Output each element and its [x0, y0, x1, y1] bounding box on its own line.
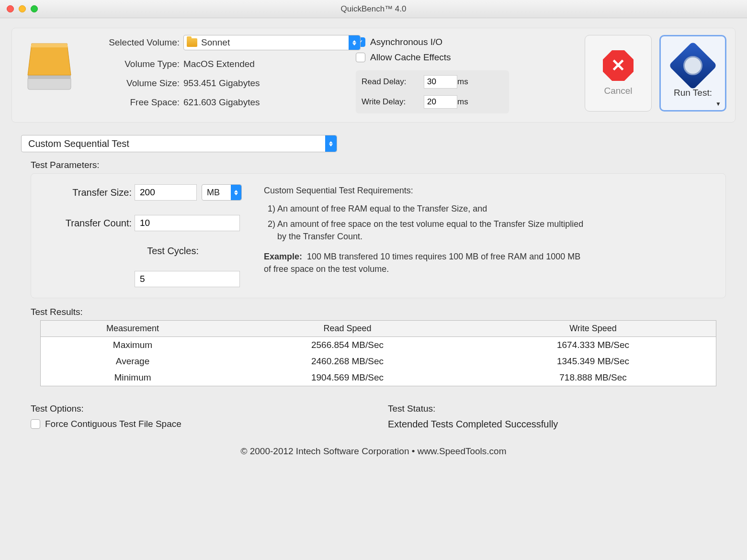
selected-volume-value: Sonnet	[201, 37, 230, 48]
quickbench-window: QuickBench™ 4.0 Selected Volume: Sonnet	[0, 0, 747, 560]
col-read-speed: Read Speed	[225, 321, 470, 337]
delay-group: Read Delay: ms Write Delay: ms	[356, 70, 509, 113]
volume-panel: Selected Volume: Sonnet Volume Type: Mac…	[11, 28, 736, 123]
test-status-header: Test Status:	[388, 403, 716, 414]
dropdown-arrows-icon	[231, 185, 241, 200]
test-parameters-panel: Transfer Size: MB Transfer Count: Test C…	[31, 173, 726, 298]
test-options-header: Test Options:	[31, 403, 359, 414]
volume-info: Selected Volume: Sonnet Volume Type: Mac…	[88, 35, 327, 108]
selected-volume-dropdown[interactable]: Sonnet	[183, 35, 361, 50]
stopwatch-icon	[668, 41, 717, 90]
example-text: 100 MB transfered 10 times requires 100 …	[264, 252, 580, 274]
force-contiguous-checkbox[interactable]	[31, 419, 40, 429]
cancel-icon: ✕	[603, 50, 634, 81]
titlebar: QuickBench™ 4.0	[0, 0, 747, 18]
dropdown-arrows-icon	[349, 35, 360, 50]
write-delay-unit: ms	[457, 97, 476, 107]
svg-marker-2	[28, 44, 71, 75]
example-label: Example:	[264, 252, 302, 261]
cache-effects-label: Allow Cache Effects	[370, 52, 451, 63]
transfer-count-label: Transfer Count:	[44, 218, 135, 229]
col-measurement: Measurement	[41, 321, 225, 337]
volume-size-label: Volume Size:	[88, 78, 183, 89]
read-delay-label: Read Delay:	[362, 77, 424, 87]
write-delay-label: Write Delay:	[362, 97, 424, 107]
selected-volume-label: Selected Volume:	[88, 37, 183, 48]
cancel-button-label: Cancel	[604, 86, 632, 96]
volume-size-value: 953.451 Gigabytes	[183, 78, 327, 89]
free-space-value: 621.603 Gigabytes	[183, 97, 327, 108]
test-type-dropdown[interactable]: Custom Sequential Test	[21, 135, 337, 152]
write-delay-input[interactable]	[424, 95, 457, 109]
transfer-size-label: Transfer Size:	[44, 187, 135, 198]
transfer-count-input[interactable]	[135, 215, 240, 231]
transfer-size-input[interactable]	[135, 184, 197, 201]
volume-type-label: Volume Type:	[88, 59, 183, 69]
read-delay-input[interactable]	[424, 75, 457, 89]
test-cycles-label: Test Cycles:	[135, 246, 202, 257]
test-type-value: Custom Sequential Test	[28, 138, 129, 149]
read-delay-unit: ms	[457, 77, 476, 87]
io-options: ✓ Asynchronous I/O Allow Cache Effects R…	[356, 35, 509, 113]
dropdown-indicator-icon: ▼	[715, 101, 721, 107]
requirements-text: Custom Sequential Test Requirements: 1) …	[264, 184, 589, 287]
volume-type-value: MacOS Extended	[183, 59, 327, 69]
col-write-speed: Write Speed	[470, 321, 716, 337]
test-results-header: Test Results:	[31, 307, 736, 317]
table-row: Minimum 1904.569 MB/Sec 718.888 MB/Sec	[41, 370, 716, 386]
force-contiguous-label: Force Contiguous Test File Space	[45, 419, 181, 429]
svg-marker-3	[31, 44, 68, 47]
run-test-button-label: Run Test:	[674, 88, 712, 98]
requirement-2: 2) An amount of free space on the test v…	[268, 218, 589, 243]
test-results-table: Measurement Read Speed Write Speed Maxim…	[40, 320, 716, 386]
cancel-button[interactable]: ✕ Cancel	[585, 35, 652, 112]
cache-effects-checkbox[interactable]	[356, 53, 365, 62]
test-status-value: Extended Tests Completed Successfully	[388, 419, 716, 430]
transfer-size-unit-value: MB	[207, 188, 220, 198]
requirement-1: 1) An amount of free RAM equal to the Tr…	[268, 202, 589, 215]
footer-text: © 2000-2012 Intech Software Corporation …	[11, 446, 736, 457]
requirements-header: Custom Sequential Test Requirements:	[264, 184, 589, 197]
dropdown-arrows-icon	[325, 135, 337, 152]
async-io-label: Asynchronous I/O	[370, 37, 442, 47]
table-row: Maximum 2566.854 MB/Sec 1674.333 MB/Sec	[41, 337, 716, 354]
window-title: QuickBench™ 4.0	[0, 4, 747, 14]
drive-icon	[21, 35, 78, 96]
test-parameters-header: Test Parameters:	[31, 160, 736, 170]
folder-icon	[187, 38, 197, 47]
test-cycles-input[interactable]	[135, 271, 240, 287]
run-test-button[interactable]: Run Test: ▼	[659, 35, 726, 112]
free-space-label: Free Space:	[88, 97, 183, 108]
transfer-size-unit-dropdown[interactable]: MB	[202, 184, 242, 201]
table-row: Average 2460.268 MB/Sec 1345.349 MB/Sec	[41, 353, 716, 370]
